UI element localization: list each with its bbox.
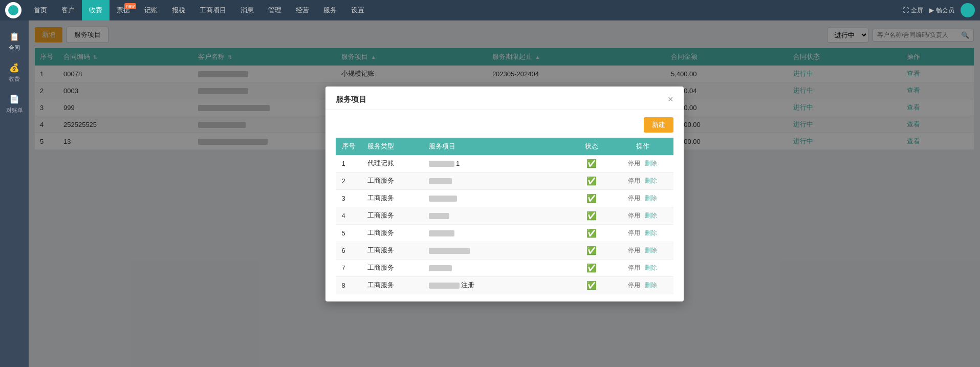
modal-body: 新建 序号 服务类型 服务项目 状态 操作	[325, 110, 684, 301]
modal-cell-type: 工商服务	[361, 172, 423, 189]
contract-icon: 📋	[9, 31, 20, 42]
nav-message[interactable]: 消息	[233, 0, 261, 20]
modal-cell-action: 停用 删除	[612, 224, 673, 242]
sidebar-item-contract[interactable]: 📋 合同	[0, 26, 29, 57]
list-item: 3 工商服务 ✅ 停用 删除	[336, 189, 673, 207]
nav-menu: 首页 客户 收费 票据 new 记账 报税 工商项目 消息 管理 经营	[27, 0, 903, 20]
delete-button[interactable]: 删除	[645, 282, 657, 289]
nav-home[interactable]: 首页	[27, 0, 54, 20]
stop-button[interactable]: 停用	[628, 282, 640, 289]
status-check-icon: ✅	[586, 229, 597, 238]
stop-button[interactable]: 停用	[628, 264, 640, 271]
sidebar: 📋 合同 💰 收费 📄 对账单	[0, 20, 29, 367]
modal-title: 服务项目	[336, 95, 366, 104]
modal-toolbar: 新建	[336, 117, 673, 133]
main-content: 新增 服务项目 进行中 已完成 已终止 🔍	[29, 20, 980, 367]
modal-col-status: 状态	[571, 138, 612, 155]
nav-shoufei[interactable]: 收费	[82, 0, 110, 20]
delete-button[interactable]: 删除	[645, 229, 657, 236]
list-item: 8 工商服务 注册 ✅ 停用 删除	[336, 276, 673, 294]
sidebar-item-duizhangdan[interactable]: 📄 对账单	[0, 88, 29, 119]
delete-button[interactable]: 删除	[645, 264, 657, 271]
status-check-icon: ✅	[586, 177, 597, 185]
modal-cell-item: 注册	[423, 276, 571, 294]
modal-cell-type: 工商服务	[361, 242, 423, 259]
modal-header: 服务项目 ×	[325, 87, 684, 110]
delete-button[interactable]: 删除	[645, 212, 657, 219]
modal-cell-status: ✅	[571, 224, 612, 242]
modal-cell-seq: 7	[336, 259, 361, 276]
modal-cell-item	[423, 207, 571, 224]
modal-cell-seq: 6	[336, 242, 361, 259]
modal-cell-status: ✅	[571, 259, 612, 276]
top-right-actions: ⛶ 全屏 ▶ 畅会员	[903, 3, 975, 17]
status-check-icon: ✅	[586, 264, 597, 272]
modal-cell-status: ✅	[571, 155, 612, 172]
nav-customer[interactable]: 客户	[54, 0, 82, 20]
stop-button[interactable]: 停用	[628, 229, 640, 236]
status-check-icon: ✅	[586, 281, 597, 290]
stop-button[interactable]: 停用	[628, 195, 640, 202]
modal-cell-seq: 8	[336, 276, 361, 294]
modal-cell-status: ✅	[571, 242, 612, 259]
modal-service-table: 序号 服务类型 服务项目 状态 操作 1 代理记账 1 ✅	[336, 138, 673, 294]
nav-jizhang[interactable]: 记账	[137, 0, 165, 20]
modal-cell-type: 工商服务	[361, 224, 423, 242]
modal-cell-type: 代理记账	[361, 155, 423, 172]
modal-cell-seq: 4	[336, 207, 361, 224]
list-item: 7 工商服务 ✅ 停用 删除	[336, 259, 673, 276]
modal-header-row: 序号 服务类型 服务项目 状态 操作	[336, 138, 673, 155]
modal-cell-status: ✅	[571, 207, 612, 224]
stop-button[interactable]: 停用	[628, 212, 640, 219]
modal-cell-item	[423, 189, 571, 207]
user-avatar[interactable]	[961, 3, 975, 17]
status-check-icon: ✅	[586, 246, 597, 255]
status-check-icon: ✅	[586, 194, 597, 203]
modal-cell-seq: 1	[336, 155, 361, 172]
modal-col-item: 服务项目	[423, 138, 571, 155]
modal-cell-status: ✅	[571, 276, 612, 294]
modal-cell-item: 1	[423, 155, 571, 172]
modal-cell-seq: 2	[336, 172, 361, 189]
top-navigation: 首页 客户 收费 票据 new 记账 报税 工商项目 消息 管理 经营	[0, 0, 980, 20]
modal-cell-item	[423, 224, 571, 242]
modal-cell-seq: 3	[336, 189, 361, 207]
main-layout: 📋 合同 💰 收费 📄 对账单 新增 服务项目 进行中 已完成 已终止	[0, 20, 980, 367]
modal-table-wrap: 序号 服务类型 服务项目 状态 操作 1 代理记账 1 ✅	[336, 138, 673, 294]
nav-manage[interactable]: 管理	[261, 0, 289, 20]
modal-cell-action: 停用 删除	[612, 259, 673, 276]
delete-button[interactable]: 删除	[645, 177, 657, 184]
stop-button[interactable]: 停用	[628, 247, 640, 254]
sidebar-item-shoufei[interactable]: 💰 收费	[0, 57, 29, 88]
nav-baoshui[interactable]: 报税	[165, 0, 192, 20]
fullscreen-button[interactable]: ⛶ 全屏	[903, 6, 923, 15]
stop-button[interactable]: 停用	[628, 177, 640, 184]
nav-jingying[interactable]: 经营	[289, 0, 316, 20]
modal-cell-action: 停用 删除	[612, 172, 673, 189]
list-item: 6 工商服务 ✅ 停用 删除	[336, 242, 673, 259]
list-item: 1 代理记账 1 ✅ 停用 删除	[336, 155, 673, 172]
nav-settings[interactable]: 设置	[344, 0, 372, 20]
modal-close-button[interactable]: ×	[668, 95, 673, 104]
stop-button[interactable]: 停用	[628, 160, 640, 167]
nav-service[interactable]: 服务	[316, 0, 344, 20]
delete-button[interactable]: 删除	[645, 195, 657, 202]
modal-cell-type: 工商服务	[361, 276, 423, 294]
nav-gongshang[interactable]: 工商项目	[192, 0, 233, 20]
duizhangdan-icon: 📄	[9, 93, 20, 104]
modal-cell-type: 工商服务	[361, 189, 423, 207]
list-item: 2 工商服务 ✅ 停用 删除	[336, 172, 673, 189]
modal-cell-item	[423, 242, 571, 259]
modal-new-button[interactable]: 新建	[644, 117, 673, 133]
modal-col-type: 服务类型	[361, 138, 423, 155]
modal-cell-action: 停用 删除	[612, 276, 673, 294]
modal-cell-status: ✅	[571, 172, 612, 189]
new-badge: new	[124, 3, 136, 9]
delete-button[interactable]: 删除	[645, 247, 657, 254]
delete-button[interactable]: 删除	[645, 160, 657, 167]
modal-cell-action: 停用 删除	[612, 155, 673, 172]
nav-piaoju[interactable]: 票据 new	[110, 0, 137, 20]
modal-cell-type: 工商服务	[361, 207, 423, 224]
member-button[interactable]: ▶ 畅会员	[929, 6, 954, 15]
modal-cell-status: ✅	[571, 189, 612, 207]
